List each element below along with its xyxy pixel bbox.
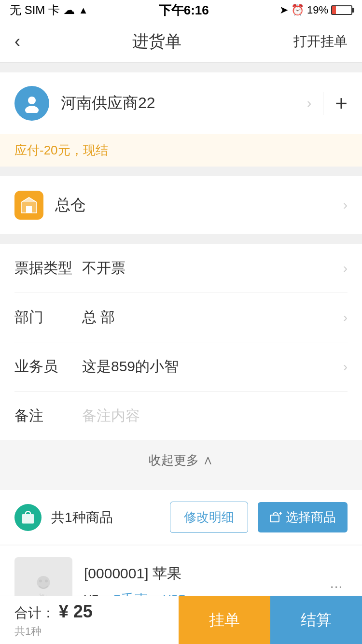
total-section: 合计： ¥ 25 共1种 bbox=[0, 602, 179, 639]
remark-label: 备注 bbox=[14, 406, 82, 426]
supplier-name: 河南供应商22 bbox=[61, 93, 307, 114]
total-label: 合计： bbox=[14, 605, 55, 620]
status-bar: 无 SIM 卡 ☁ ▲ 下午6:16 ➤ ⏰ 19% bbox=[0, 0, 362, 20]
warehouse-chevron-icon: › bbox=[343, 197, 348, 213]
back-button[interactable]: ‹ bbox=[14, 31, 20, 52]
svg-point-7 bbox=[37, 576, 50, 589]
remark-input[interactable]: 备注内容 bbox=[82, 406, 348, 426]
warehouse-icon bbox=[14, 191, 43, 220]
supplier-section: 河南供应商22 › + 应付-20元，现结 bbox=[0, 72, 362, 167]
svg-point-9 bbox=[45, 580, 48, 583]
supplier-row[interactable]: 河南供应商22 › + bbox=[0, 72, 362, 134]
add-supplier-button[interactable]: + bbox=[335, 93, 348, 114]
open-pending-button[interactable]: 打开挂单 bbox=[293, 32, 348, 51]
battery-percent: 19% bbox=[307, 4, 328, 16]
nav-bar: ‹ 进货单 打开挂单 bbox=[0, 20, 362, 63]
battery-icon bbox=[331, 5, 352, 15]
invoice-type-label: 票据类型 bbox=[14, 258, 82, 278]
salesperson-row[interactable]: 业务员 这是859的小智 › bbox=[0, 342, 362, 391]
product-name: [0000001] 苹果 bbox=[84, 564, 325, 584]
hang-order-button[interactable]: 挂单 bbox=[179, 596, 270, 644]
vertical-divider bbox=[323, 92, 323, 115]
total-count: 共1种 bbox=[14, 624, 164, 639]
alarm-icon: ⏰ bbox=[291, 4, 304, 16]
location-icon: ➤ bbox=[279, 4, 288, 16]
department-value: 总 部 bbox=[82, 308, 343, 327]
balance-notice: 应付-20元，现结 bbox=[0, 134, 362, 167]
separator-1 bbox=[0, 63, 362, 72]
select-product-label: 选择商品 bbox=[286, 509, 336, 526]
total-row: 合计： ¥ 25 bbox=[14, 602, 164, 622]
status-right: ➤ ⏰ 19% bbox=[279, 4, 352, 16]
separator-2 bbox=[0, 167, 362, 176]
svg-rect-4 bbox=[270, 515, 279, 522]
warehouse-name: 总仓 bbox=[55, 195, 343, 216]
svg-point-0 bbox=[28, 97, 36, 104]
department-chevron-icon: › bbox=[343, 310, 348, 325]
svg-rect-2 bbox=[26, 206, 32, 213]
select-product-button[interactable]: 选择商品 bbox=[258, 502, 348, 532]
bottom-bar: 合计： ¥ 25 共1种 挂单 结算 bbox=[0, 596, 362, 644]
department-row[interactable]: 部门 总 部 › bbox=[0, 293, 362, 342]
salesperson-value: 这是859的小智 bbox=[82, 357, 343, 377]
checkout-button[interactable]: 结算 bbox=[270, 596, 362, 644]
cart-icon bbox=[269, 511, 282, 524]
warehouse-row[interactable]: 总仓 › bbox=[0, 176, 362, 234]
svg-rect-3 bbox=[22, 514, 34, 523]
separator-3 bbox=[0, 234, 362, 244]
invoice-type-row[interactable]: 票据类型 不开票 › bbox=[0, 244, 362, 293]
invoice-chevron-icon: › bbox=[343, 261, 348, 276]
salesperson-chevron-icon: › bbox=[343, 359, 348, 375]
salesperson-label: 业务员 bbox=[14, 357, 82, 377]
department-label: 部门 bbox=[14, 308, 82, 327]
wifi-icon: ▲ bbox=[79, 5, 88, 16]
svg-point-8 bbox=[39, 580, 42, 583]
products-icon bbox=[14, 504, 42, 531]
status-time: 下午6:16 bbox=[159, 2, 209, 19]
collapse-row[interactable]: 收起更多 ∧ bbox=[0, 440, 362, 480]
status-left: 无 SIM 卡 ☁ ▲ bbox=[10, 2, 88, 18]
sim-label: 无 SIM 卡 ☁ bbox=[10, 2, 75, 18]
avatar bbox=[14, 86, 49, 121]
total-amount: ¥ 25 bbox=[59, 602, 93, 621]
products-count: 共1种商品 bbox=[51, 508, 170, 527]
invoice-type-value: 不开票 bbox=[82, 258, 343, 278]
chevron-right-icon: › bbox=[307, 96, 311, 111]
page-title: 进货单 bbox=[132, 30, 181, 53]
svg-point-1 bbox=[25, 106, 39, 113]
remark-row[interactable]: 备注 备注内容 bbox=[0, 392, 362, 440]
modify-detail-button[interactable]: 修改明细 bbox=[170, 502, 248, 533]
warehouse-section: 总仓 › bbox=[0, 176, 362, 234]
form-section: 票据类型 不开票 › 部门 总 部 › 业务员 这是859的小智 › 备注 备注… bbox=[0, 244, 362, 440]
products-section-header: 共1种商品 修改明细 选择商品 bbox=[0, 490, 362, 545]
